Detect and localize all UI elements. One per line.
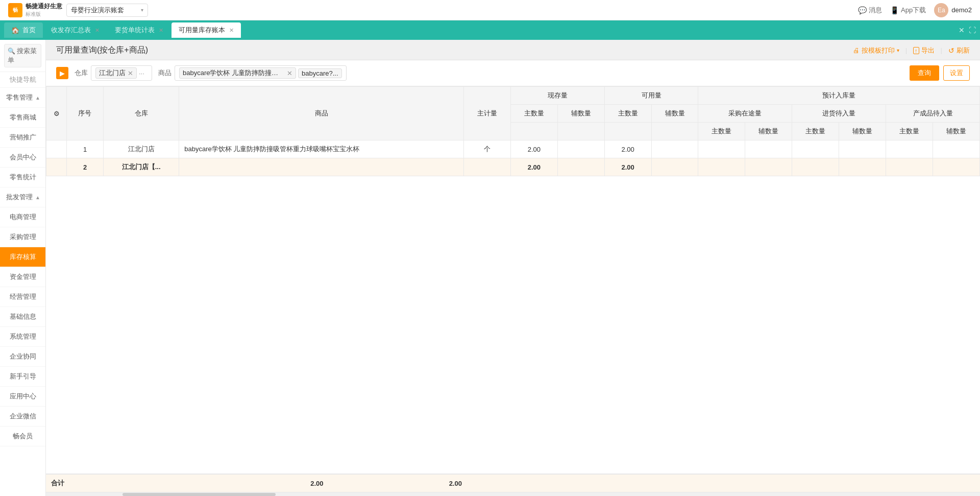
print-arrow-icon: ▾ bbox=[897, 48, 899, 53]
nav-tabs: 🏠 首页 收发存汇总表 ✕ 要货单统计表 ✕ 可用量库存账本 ✕ ✕ ⛶ bbox=[0, 20, 980, 40]
row-unit bbox=[464, 158, 511, 176]
row-finished-main bbox=[886, 140, 933, 158]
col-header-fin-main: 主数量 bbox=[886, 123, 933, 140]
footer-inc-aux bbox=[767, 480, 837, 487]
tab-home[interactable]: 🏠 首页 bbox=[4, 22, 43, 38]
sidebar-item-newbie[interactable]: 新手引导 bbox=[0, 367, 45, 387]
product-tag-1: babycare学饮杯 儿童防摔防撞吸管杯重力球吸嘴杯宝宝水杯 ✕ bbox=[179, 67, 296, 79]
sidebar-item-member[interactable]: 会员中心 bbox=[0, 148, 45, 168]
footer-pu-aux bbox=[629, 480, 698, 487]
sidebar-item-inventory[interactable]: 库存核算 bbox=[0, 247, 45, 267]
col-header-inc-aux: 辅数量 bbox=[839, 123, 886, 140]
col-header-settings[interactable]: ⚙ bbox=[46, 87, 67, 140]
sidebar-item-marketing[interactable]: 营销推广 bbox=[0, 128, 45, 148]
col-header-unit: 主计量 bbox=[464, 87, 511, 140]
col-header-stock-aux: 辅数量 bbox=[557, 105, 604, 123]
sidebar-item-corpwx[interactable]: 企业微信 bbox=[0, 407, 45, 427]
sidebar-item-finance[interactable]: 资金管理 bbox=[0, 267, 45, 287]
refresh-icon: ↺ bbox=[948, 46, 954, 55]
col-header-p-main bbox=[510, 123, 557, 140]
col-header-pi-aux bbox=[651, 123, 698, 140]
window-controls: ✕ ⛶ bbox=[959, 26, 976, 34]
logo-text: 畅捷通好生意 标准版 bbox=[26, 2, 62, 18]
divider-2: | bbox=[941, 46, 942, 54]
remove-product-1-icon[interactable]: ✕ bbox=[287, 69, 292, 77]
warehouse-tag: 江北门店 ✕ bbox=[95, 67, 137, 79]
sidebar-item-appcenter[interactable]: 应用中心 bbox=[0, 387, 45, 407]
row-warehouse: 江北门店【... bbox=[103, 158, 179, 176]
footer-label: 合计 bbox=[51, 479, 64, 488]
sidebar-item-operation[interactable]: 经营管理 bbox=[0, 287, 45, 307]
product-input[interactable]: babycare学饮杯 儿童防摔防撞吸管杯重力球吸嘴杯宝宝水杯 ✕ babyca… bbox=[175, 65, 347, 81]
logo-area: 畅 畅捷通好生意 标准版 bbox=[8, 2, 62, 18]
refresh-button[interactable]: ↺ 刷新 bbox=[948, 46, 970, 55]
sidebar-item-purchase[interactable]: 采购管理 bbox=[0, 227, 45, 247]
table-footer: 合计 2.00 2.00 bbox=[46, 474, 980, 492]
row-purchase-aux bbox=[745, 140, 792, 158]
store-selector[interactable]: 母婴行业演示账套 ▾ bbox=[66, 4, 148, 17]
row-product: babycare学饮杯 儿童防摔防撞吸管杯重力球吸嘴杯宝宝水杯 bbox=[179, 140, 464, 158]
data-table-wrapper: ⚙ 序号 仓库 商品 主计量 现存量 可用量 预计入库量 主数量 辅数量 主数量 bbox=[46, 86, 980, 474]
search-menu-button[interactable]: 🔍 搜索菜单 bbox=[4, 44, 41, 67]
sidebar-item-zero-retail[interactable]: 零售管理 ▲ bbox=[0, 88, 45, 108]
user-profile[interactable]: Ea demo2 bbox=[934, 3, 972, 17]
tab-close-order[interactable]: ✕ bbox=[159, 27, 163, 34]
print-button[interactable]: 🖨 按模板打印 ▾ bbox=[853, 46, 899, 55]
table-row: 2江北门店【...2.002.00 bbox=[46, 158, 980, 176]
col-header-stock: 现存量 bbox=[510, 87, 604, 105]
export-button[interactable]: ↑ 导出 bbox=[913, 46, 935, 55]
filter-toggle-button[interactable]: ▶ bbox=[56, 67, 68, 79]
app-download-button[interactable]: 📱 App下载 bbox=[890, 6, 926, 15]
sidebar-item-basic[interactable]: 基础信息 bbox=[0, 307, 45, 327]
logo-icon: 畅 bbox=[8, 3, 22, 17]
row-finished-main bbox=[886, 158, 933, 176]
settings-button[interactable]: 设置 bbox=[943, 65, 970, 81]
query-button[interactable]: 查询 bbox=[910, 65, 939, 81]
message-icon: 💬 bbox=[858, 6, 867, 14]
main-layout: 🔍 搜索菜单 快捷导航 零售管理 ▲ 零售商城 营销推广 会员中心 零售统计 批… bbox=[0, 40, 980, 496]
filter-actions: 查询 设置 bbox=[910, 65, 970, 81]
row-incoming-aux bbox=[839, 140, 886, 158]
col-header-stock-main: 主数量 bbox=[510, 105, 557, 123]
footer-stock-main: 2.00 bbox=[282, 480, 352, 487]
tab-close-available[interactable]: ✕ bbox=[229, 27, 234, 34]
top-bar: 畅 畅捷通好生意 标准版 母婴行业演示账套 ▾ 💬 消息 📱 App下载 Ea … bbox=[0, 0, 980, 20]
sidebar-search-area: 🔍 搜索菜单 bbox=[0, 40, 45, 72]
footer-values: 2.00 2.00 bbox=[75, 480, 975, 487]
tab-order[interactable]: 要货单统计表 ✕ bbox=[108, 22, 170, 38]
more-options-icon[interactable]: ··· bbox=[139, 69, 144, 77]
horizontal-scrollbar[interactable] bbox=[46, 492, 980, 496]
page-title: 可用量查询(按仓库+商品) bbox=[56, 45, 148, 56]
sidebar-item-zero-shop[interactable]: 零售商城 bbox=[0, 108, 45, 128]
row-settings bbox=[46, 140, 67, 158]
sidebar-item-ecommerce[interactable]: 电商管理 bbox=[0, 207, 45, 227]
sidebar-item-system[interactable]: 系统管理 bbox=[0, 327, 45, 347]
sidebar-item-quick-nav[interactable]: 快捷导航 bbox=[0, 72, 45, 88]
footer-fin-aux bbox=[905, 480, 975, 487]
close-window-icon[interactable]: ✕ bbox=[959, 26, 965, 34]
page-header: 可用量查询(按仓库+商品) 🖨 按模板打印 ▾ | ↑ 导出 | ↺ 刷新 bbox=[46, 40, 980, 60]
col-header-pu-aux: 辅数量 bbox=[745, 123, 792, 140]
sidebar-item-zero-stats[interactable]: 零售统计 bbox=[0, 168, 45, 187]
warehouse-label: 仓库 bbox=[75, 68, 88, 78]
tab-receive[interactable]: 收发存汇总表 ✕ bbox=[44, 22, 107, 38]
warehouse-input[interactable]: 江北门店 ✕ ··· bbox=[91, 65, 152, 81]
maximize-icon[interactable]: ⛶ bbox=[969, 26, 976, 34]
tab-available[interactable]: 可用量库存账本 ✕ bbox=[172, 22, 241, 38]
row-stock-main: 2.00 bbox=[510, 158, 557, 176]
remove-warehouse-icon[interactable]: ✕ bbox=[128, 69, 133, 77]
scroll-thumb[interactable] bbox=[122, 493, 276, 496]
sidebar-item-enterprise[interactable]: 企业协同 bbox=[0, 347, 45, 367]
sidebar-item-wholesale[interactable]: 批发管理 ▲ bbox=[0, 187, 45, 207]
chevron-icon-2: ▲ bbox=[35, 195, 40, 200]
product-filter: 商品 babycare学饮杯 儿童防摔防撞吸管杯重力球吸嘴杯宝宝水杯 ✕ bab… bbox=[158, 65, 347, 81]
print-icon: 🖨 bbox=[853, 46, 860, 54]
footer-fin-main bbox=[837, 480, 906, 487]
data-table: ⚙ 序号 仓库 商品 主计量 现存量 可用量 预计入库量 主数量 辅数量 主数量 bbox=[46, 86, 980, 176]
tab-close-receive[interactable]: ✕ bbox=[95, 27, 100, 34]
footer-avail-main: 2.00 bbox=[421, 480, 490, 487]
settings-icon: ⚙ bbox=[54, 110, 60, 117]
sidebar-item-member2[interactable]: 畅会员 bbox=[0, 427, 45, 446]
message-button[interactable]: 💬 消息 bbox=[858, 6, 882, 15]
row-stock-main: 2.00 bbox=[510, 140, 557, 158]
